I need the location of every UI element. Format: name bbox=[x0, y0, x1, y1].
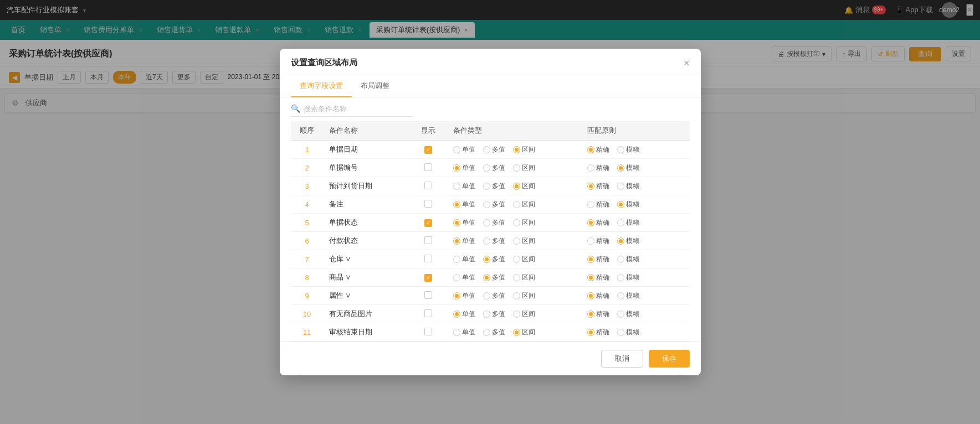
type-radio-item[interactable]: 单值 bbox=[453, 236, 475, 246]
rule-radio-item[interactable]: 模糊 bbox=[617, 218, 639, 227]
radio-circle-icon bbox=[453, 256, 460, 263]
type-radio-item[interactable]: 单值 bbox=[453, 182, 475, 191]
display-checkbox[interactable] bbox=[424, 219, 432, 227]
rule-radio-item[interactable]: 精确 bbox=[587, 273, 609, 282]
type-radio-item[interactable]: 区间 bbox=[513, 328, 535, 337]
type-radio-item[interactable]: 多值 bbox=[483, 163, 505, 173]
type-radio-item[interactable]: 单值 bbox=[453, 218, 475, 227]
modal-close-button[interactable]: × bbox=[684, 58, 690, 68]
row-order: 4 bbox=[291, 195, 324, 214]
row-rule-cell: 精确模糊 bbox=[582, 141, 689, 159]
display-checkbox[interactable] bbox=[424, 255, 432, 262]
display-checkbox[interactable] bbox=[424, 291, 432, 299]
rule-radio-item[interactable]: 精确 bbox=[587, 218, 609, 227]
type-radio-item[interactable]: 区间 bbox=[513, 236, 535, 246]
rule-radio-item[interactable]: 模糊 bbox=[617, 309, 639, 319]
rule-radio-item[interactable]: 模糊 bbox=[617, 291, 639, 301]
type-radio-item[interactable]: 区间 bbox=[513, 200, 535, 209]
row-display-cell bbox=[409, 214, 448, 232]
display-checkbox[interactable] bbox=[424, 309, 432, 317]
save-button[interactable]: 保存 bbox=[649, 350, 690, 368]
type-radio-item[interactable]: 区间 bbox=[513, 182, 535, 191]
rule-radio-item[interactable]: 精确 bbox=[587, 163, 609, 173]
modal-tab-layout[interactable]: 布局调整 bbox=[352, 75, 398, 97]
rule-radio-item[interactable]: 模糊 bbox=[617, 273, 639, 282]
rule-radio-item[interactable]: 精确 bbox=[587, 309, 609, 319]
rule-radio-item[interactable]: 精确 bbox=[587, 255, 609, 264]
type-radio-item[interactable]: 多值 bbox=[483, 200, 505, 209]
row-type-cell: 单值多值区间 bbox=[448, 177, 582, 195]
table-row: 4备注单值多值区间精确模糊 bbox=[291, 195, 690, 214]
row-rule-cell: 精确模糊 bbox=[582, 195, 689, 214]
rule-radio-item[interactable]: 模糊 bbox=[617, 328, 639, 337]
col-header-rule: 匹配原则 bbox=[582, 121, 689, 141]
search-input[interactable] bbox=[304, 105, 403, 113]
rule-radio-item[interactable]: 精确 bbox=[587, 145, 609, 154]
row-type-cell: 单值多值区间 bbox=[448, 268, 582, 287]
display-checkbox[interactable] bbox=[424, 236, 432, 244]
type-radio-item[interactable]: 单值 bbox=[453, 291, 475, 301]
rule-radio-item[interactable]: 精确 bbox=[587, 328, 609, 337]
table-row: 1单据日期单值多值区间精确模糊 bbox=[291, 141, 690, 159]
row-order: 3 bbox=[291, 177, 324, 195]
display-checkbox[interactable] bbox=[424, 182, 432, 189]
rule-radio-item[interactable]: 精确 bbox=[587, 236, 609, 246]
type-radio-item[interactable]: 多值 bbox=[483, 273, 505, 282]
row-condition-name: 备注 bbox=[324, 195, 409, 214]
display-checkbox[interactable] bbox=[424, 274, 432, 282]
type-radio-item[interactable]: 多值 bbox=[483, 182, 505, 191]
rule-radio-item[interactable]: 模糊 bbox=[617, 145, 639, 154]
display-checkbox[interactable] bbox=[424, 328, 432, 335]
display-checkbox[interactable] bbox=[424, 163, 432, 171]
type-radio-item[interactable]: 单值 bbox=[453, 309, 475, 319]
type-radio-item[interactable]: 单值 bbox=[453, 200, 475, 209]
type-radio-item[interactable]: 区间 bbox=[513, 145, 535, 154]
rule-radio-item[interactable]: 模糊 bbox=[617, 200, 639, 209]
rule-radio-item[interactable]: 精确 bbox=[587, 182, 609, 191]
type-radio-item[interactable]: 多值 bbox=[483, 309, 505, 319]
type-radio-item[interactable]: 单值 bbox=[453, 328, 475, 337]
type-radio-item[interactable]: 区间 bbox=[513, 163, 535, 173]
type-radio-item[interactable]: 单值 bbox=[453, 255, 475, 264]
display-checkbox[interactable] bbox=[424, 200, 432, 208]
rule-radio-item[interactable]: 模糊 bbox=[617, 163, 639, 173]
display-checkbox[interactable] bbox=[424, 146, 432, 154]
type-radio-item[interactable]: 多值 bbox=[483, 218, 505, 227]
row-condition-name: 单据日期 bbox=[324, 141, 409, 159]
type-radio-item[interactable]: 区间 bbox=[513, 309, 535, 319]
radio-circle-icon bbox=[587, 311, 594, 318]
type-radio-item[interactable]: 区间 bbox=[513, 218, 535, 227]
rule-radio-item[interactable]: 模糊 bbox=[617, 255, 639, 264]
type-radio-item[interactable]: 区间 bbox=[513, 255, 535, 264]
row-type-cell: 单值多值区间 bbox=[448, 287, 582, 305]
radio-circle-icon bbox=[587, 292, 594, 299]
type-radio-item[interactable]: 单值 bbox=[453, 163, 475, 173]
row-rule-cell: 精确模糊 bbox=[582, 159, 689, 177]
radio-circle-icon bbox=[587, 256, 594, 263]
modal-footer: 取消 保存 bbox=[280, 342, 701, 375]
radio-circle-icon bbox=[617, 164, 624, 172]
rule-radio-item[interactable]: 模糊 bbox=[617, 182, 639, 191]
type-radio-item[interactable]: 单值 bbox=[453, 145, 475, 154]
row-order: 1 bbox=[291, 141, 324, 159]
rule-radio-item[interactable]: 精确 bbox=[587, 291, 609, 301]
type-radio-item[interactable]: 多值 bbox=[483, 291, 505, 301]
type-radio-item[interactable]: 单值 bbox=[453, 273, 475, 282]
row-order: 7 bbox=[291, 250, 324, 268]
type-radio-item[interactable]: 多值 bbox=[483, 255, 505, 264]
rule-radio-item[interactable]: 模糊 bbox=[617, 236, 639, 246]
radio-circle-icon bbox=[483, 219, 490, 226]
type-radio-item[interactable]: 多值 bbox=[483, 145, 505, 154]
type-radio-item[interactable]: 多值 bbox=[483, 328, 505, 337]
type-radio-item[interactable]: 多值 bbox=[483, 236, 505, 246]
radio-circle-icon bbox=[483, 274, 490, 281]
modal-tabs: 查询字段设置 布局调整 bbox=[280, 75, 701, 97]
type-radio-item[interactable]: 区间 bbox=[513, 273, 535, 282]
cancel-button[interactable]: 取消 bbox=[601, 350, 643, 368]
rule-radio-item[interactable]: 精确 bbox=[587, 200, 609, 209]
modal-tab-query-fields[interactable]: 查询字段设置 bbox=[291, 75, 352, 97]
radio-circle-icon bbox=[513, 237, 520, 245]
row-rule-cell: 精确模糊 bbox=[582, 214, 689, 232]
row-order: 9 bbox=[291, 287, 324, 305]
type-radio-item[interactable]: 区间 bbox=[513, 291, 535, 301]
